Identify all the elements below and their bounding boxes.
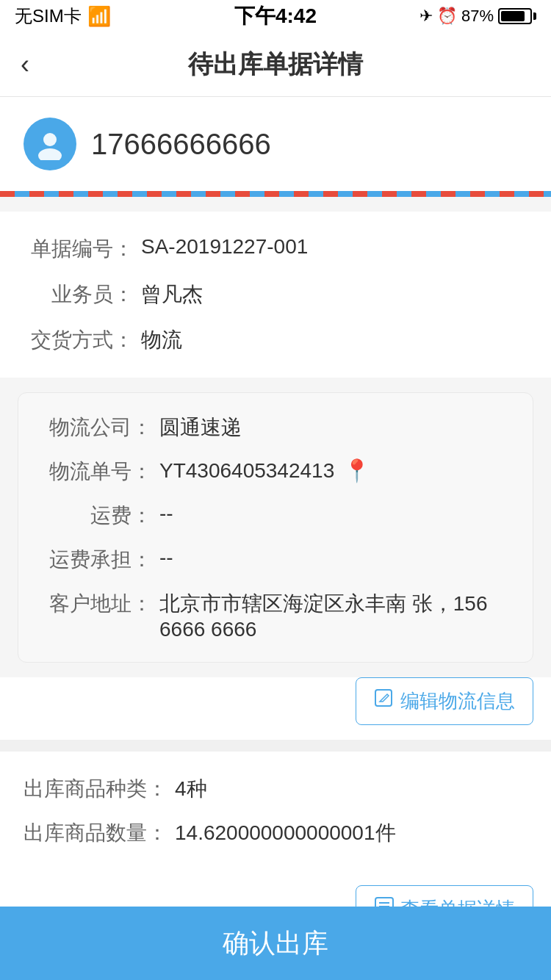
alarm-icon: ⏰ <box>437 7 457 26</box>
logistics-company-label: 物流公司： <box>42 414 159 442</box>
location-status-icon: ✈ <box>419 7 433 26</box>
logistics-company-row: 物流公司： 圆通速递 <box>42 414 509 442</box>
nav-bar: ‹ 待出库单据详情 <box>0 32 551 97</box>
logistics-address-value: 北京市市辖区海淀区永丰南 张，156 6666 6666 <box>159 590 509 641</box>
sales-person-row: 业务员： 曾凡杰 <box>24 281 527 309</box>
goods-types-value: 4种 <box>175 775 527 803</box>
status-time: 下午4:42 <box>234 2 317 30</box>
order-no-row: 单据编号： SA-20191227-001 <box>24 235 527 263</box>
battery-percentage: 87% <box>461 7 494 26</box>
user-card: 17666666666 <box>0 97 551 191</box>
logistics-tracking-row: 物流单号： YT43064053424​13 📍 <box>42 458 509 486</box>
edit-btn-container: 编辑物流信息 <box>0 677 551 740</box>
goods-quantity-value: 14.620000000000001件 <box>175 819 527 847</box>
goods-types-label: 出库商品种类： <box>24 775 175 803</box>
confirm-button-label: 确认出库 <box>223 926 328 962</box>
status-bar: 无SIM卡 📶 下午4:42 ✈ ⏰ 87% <box>0 0 551 32</box>
goods-types-row: 出库商品种类： 4种 <box>24 775 527 803</box>
delivery-method-value: 物流 <box>141 326 527 354</box>
logistics-freight-value: -- <box>159 502 509 525</box>
order-no-label: 单据编号： <box>24 235 141 263</box>
goods-section: 出库商品种类： 4种 出库商品数量： 14.620000000000001件 <box>0 752 551 871</box>
status-left: 无SIM卡 📶 <box>15 4 111 28</box>
svg-point-1 <box>38 148 62 160</box>
logistics-freight-bearer-value: -- <box>159 546 509 569</box>
back-button[interactable]: ‹ <box>21 49 29 80</box>
sales-person-label: 业务员： <box>24 281 141 309</box>
location-pin-icon[interactable]: 📍 <box>343 458 370 483</box>
user-phone: 17666666666 <box>91 128 271 161</box>
delivery-method-row: 交货方式： 物流 <box>24 326 527 354</box>
dashed-divider <box>0 191 551 197</box>
svg-point-0 <box>43 133 57 146</box>
logistics-freight-bearer-label: 运费承担： <box>42 546 159 574</box>
delivery-method-label: 交货方式： <box>24 326 141 354</box>
carrier-text: 无SIM卡 <box>15 4 82 28</box>
logistics-tracking-label: 物流单号： <box>42 458 159 486</box>
content: 17666666666 单据编号： SA-20191227-001 业务员： 曾… <box>0 97 551 980</box>
edit-logistics-label: 编辑物流信息 <box>400 688 515 714</box>
logistics-freight-bearer-row: 运费承担： -- <box>42 546 509 574</box>
edit-icon <box>374 688 395 714</box>
basic-info-section: 单据编号： SA-20191227-001 业务员： 曾凡杰 交货方式： 物流 <box>0 212 551 378</box>
avatar <box>24 118 76 170</box>
section-divider <box>0 740 551 752</box>
goods-quantity-row: 出库商品数量： 14.620000000000001件 <box>24 819 527 847</box>
order-no-value: SA-20191227-001 <box>141 235 527 259</box>
logistics-freight-label: 运费： <box>42 502 159 530</box>
battery-icon <box>498 8 536 24</box>
sales-person-value: 曾凡杰 <box>141 281 527 309</box>
logistics-section: 物流公司： 圆通速递 物流单号： YT43064053424​13 📍 运费： … <box>18 392 533 663</box>
logistics-company-value: 圆通速递 <box>159 414 509 442</box>
edit-logistics-button[interactable]: 编辑物流信息 <box>356 677 533 725</box>
page-title: 待出库单据详情 <box>188 48 363 82</box>
status-right: ✈ ⏰ 87% <box>419 7 536 26</box>
logistics-tracking-value: YT43064053424​13 📍 <box>159 458 509 483</box>
confirm-button[interactable]: 确认出库 <box>0 907 551 980</box>
logistics-freight-row: 运费： -- <box>42 502 509 530</box>
wifi-icon: 📶 <box>87 5 111 28</box>
logistics-address-row: 客户地址： 北京市市辖区海淀区永丰南 张，156 6666 6666 <box>42 590 509 641</box>
goods-quantity-label: 出库商品数量： <box>24 819 175 847</box>
logistics-address-label: 客户地址： <box>42 590 159 618</box>
